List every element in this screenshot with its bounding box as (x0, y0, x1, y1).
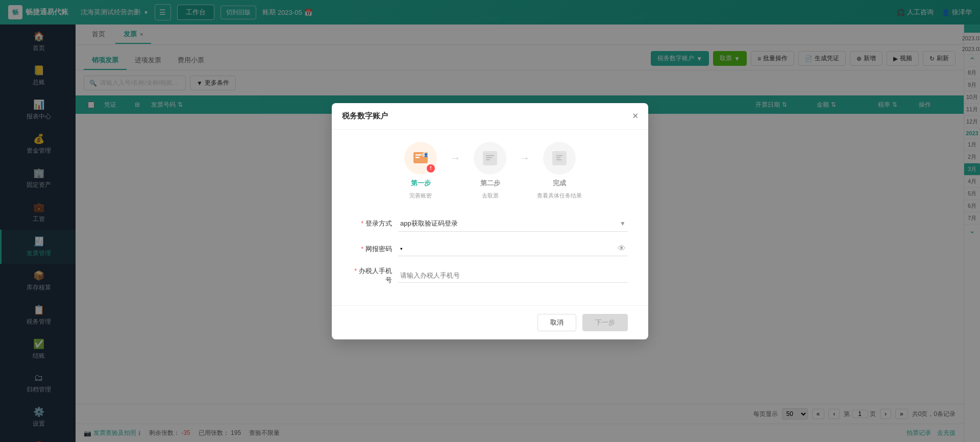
login-method-row: * 登录方式 app获取验证码登录 ▼ (352, 216, 628, 232)
step-1-icon-wrap: 👤 ! (404, 142, 437, 175)
password-label: * 网报密码 (352, 244, 398, 254)
show-password-icon[interactable]: 👁 (618, 244, 626, 253)
modal-close-button[interactable]: × (632, 111, 638, 120)
login-method-select[interactable]: app获取验证码登录 ▼ (398, 216, 628, 232)
phone-input[interactable] (398, 268, 628, 283)
svg-rect-8 (486, 157, 492, 158)
step-1-label: 第一步 (411, 179, 431, 188)
login-method-label: * 登录方式 (352, 219, 398, 228)
modal-header: 税务数字账户 × (332, 103, 648, 130)
modal-footer: 取消 下一步 (332, 305, 648, 339)
cancel-button[interactable]: 取消 (537, 314, 576, 331)
password-row: * 网报密码 👁 (352, 242, 628, 256)
svg-rect-9 (486, 159, 490, 160)
step-1-badge: ! (427, 164, 435, 173)
login-method-dropdown-icon: ▼ (620, 220, 626, 227)
step-2-svg (481, 149, 499, 167)
step-3-desc: 查看具体任务结果 (537, 192, 582, 200)
modal-overlay: 税务数字账户 × 👤 ! (0, 0, 980, 442)
step-1: 👤 ! 第一步 完善账密 (395, 142, 446, 200)
modal-body: 👤 ! 第一步 完善账密 → (332, 130, 648, 305)
step-2: 第二步 去取票 (464, 142, 516, 200)
svg-rect-1 (415, 154, 422, 156)
step-arrow-2: → (516, 152, 534, 164)
step-3-icon-wrap (543, 142, 576, 175)
phone-label: * 办税人手机号 (352, 266, 398, 285)
step-3: 完成 查看具体任务结果 (534, 142, 585, 200)
step-1-svg: 👤 (411, 149, 430, 167)
step-2-desc: 去取票 (482, 192, 499, 200)
step-3-svg (550, 149, 569, 167)
step-arrow-1: → (446, 152, 464, 164)
svg-rect-14 (556, 159, 561, 160)
phone-row: * 办税人手机号 (352, 266, 628, 285)
step-indicator: 👤 ! 第一步 完善账密 → (352, 142, 628, 200)
svg-text:👤: 👤 (424, 153, 428, 157)
step-3-label: 完成 (553, 179, 566, 188)
svg-rect-12 (556, 155, 562, 156)
next-button[interactable]: 下一步 (582, 314, 628, 331)
modal-form: * 登录方式 app获取验证码登录 ▼ * 网报密码 (352, 216, 628, 285)
step-1-desc: 完善账密 (409, 192, 432, 200)
tax-account-modal: 税务数字账户 × 👤 ! (332, 103, 648, 339)
svg-rect-7 (486, 155, 494, 156)
password-input[interactable] (398, 242, 628, 256)
svg-rect-2 (415, 157, 420, 158)
step-2-label: 第二步 (480, 179, 500, 188)
step-2-icon-wrap (474, 142, 506, 175)
modal-title: 税务数字账户 (342, 111, 388, 121)
svg-rect-13 (556, 157, 560, 158)
